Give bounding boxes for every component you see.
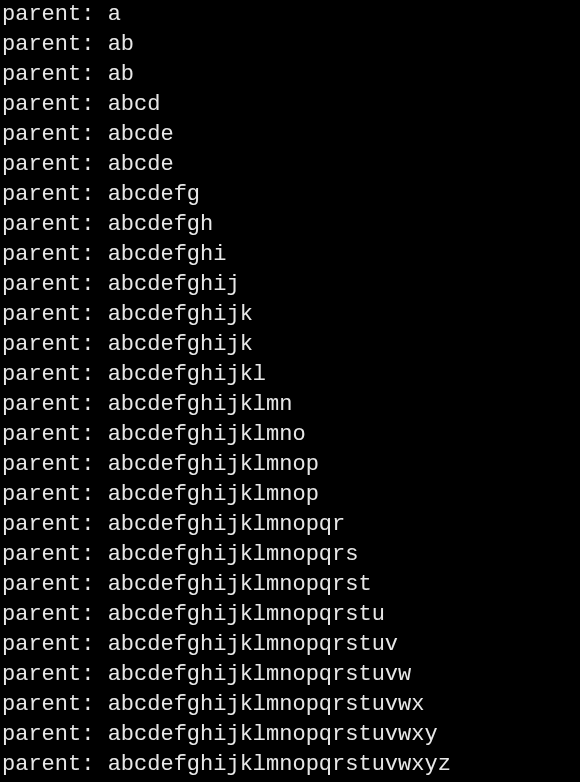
line-value: abcdefghijklmnopqr [108, 512, 346, 537]
line-value: abcdefghijklmnopqrstu [108, 602, 385, 627]
line-value: abcde [108, 122, 174, 147]
terminal-line: parent: abcdefg [2, 180, 578, 210]
terminal-output: parent: a parent: ab parent: ab parent: … [0, 0, 580, 782]
terminal-line: parent: abcdefghij [2, 270, 578, 300]
line-value: abcdefghijk [108, 302, 253, 327]
terminal-line: parent: abcdefghijkl [2, 360, 578, 390]
terminal-line: parent: abcdefghijklmnopqr [2, 510, 578, 540]
line-value: ab [108, 62, 134, 87]
line-value: abcd [108, 92, 161, 117]
line-value: abcdefghijk [108, 332, 253, 357]
terminal-line: parent: abcdefghijklmnopqrstuvwxyz [2, 750, 578, 780]
line-prefix: parent: [2, 422, 108, 447]
terminal-line: parent: abcdefghijklmnopqrstu [2, 600, 578, 630]
line-value: abcdefghijklmno [108, 422, 306, 447]
terminal-line: parent: abcdefghijklmn [2, 390, 578, 420]
terminal-line: parent: ab [2, 60, 578, 90]
line-value: abcdefghijklmn [108, 392, 293, 417]
line-prefix: parent: [2, 92, 108, 117]
line-prefix: parent: [2, 122, 108, 147]
terminal-line: parent: abcdefghijk [2, 330, 578, 360]
line-prefix: parent: [2, 512, 108, 537]
line-value: abcdefghijklmnop [108, 482, 319, 507]
line-value: abcdefghijklmnopqrstuvwxy [108, 722, 438, 747]
line-prefix: parent: [2, 752, 108, 777]
line-prefix: parent: [2, 692, 108, 717]
line-value: abcdefghij [108, 272, 240, 297]
terminal-line: parent: abcdefghijklmnopqrstuv [2, 630, 578, 660]
line-prefix: parent: [2, 242, 108, 267]
terminal-line: parent: abcdefghijk [2, 300, 578, 330]
line-prefix: parent: [2, 542, 108, 567]
terminal-line: parent: abcdefghijklmnopqrs [2, 540, 578, 570]
line-value: abcdefghijklmnopqrstuvwx [108, 692, 425, 717]
line-prefix: parent: [2, 632, 108, 657]
line-value: abcdefgh [108, 212, 214, 237]
line-prefix: parent: [2, 182, 108, 207]
line-value: abcde [108, 152, 174, 177]
line-prefix: parent: [2, 332, 108, 357]
terminal-line: parent: abcdefghijklmno [2, 420, 578, 450]
line-value: ab [108, 32, 134, 57]
terminal-line: parent: abcdefghijklmnopqrst [2, 570, 578, 600]
terminal-line: parent: abcdefghijklmnop [2, 480, 578, 510]
terminal-line: parent: a [2, 0, 578, 30]
line-prefix: parent: [2, 602, 108, 627]
line-value: abcdefghi [108, 242, 227, 267]
terminal-line: parent: abcde [2, 150, 578, 180]
line-value: abcdefg [108, 182, 200, 207]
line-prefix: parent: [2, 362, 108, 387]
line-value: abcdefghijkl [108, 362, 266, 387]
line-prefix: parent: [2, 662, 108, 687]
terminal-line: parent: abcdefghijklmnopqrstuvwxy [2, 720, 578, 750]
terminal-line: parent: abcdefgh [2, 210, 578, 240]
line-prefix: parent: [2, 62, 108, 87]
line-prefix: parent: [2, 482, 108, 507]
line-value: abcdefghijklmnopqrst [108, 572, 372, 597]
terminal-line: parent: abcdefghijklmnopqrstuvwx [2, 690, 578, 720]
line-value: abcdefghijklmnopqrstuvw [108, 662, 412, 687]
terminal-line: parent: ab [2, 30, 578, 60]
line-prefix: parent: [2, 722, 108, 747]
terminal-line: parent: abcdefghi [2, 240, 578, 270]
line-value: abcdefghijklmnopqrstuv [108, 632, 398, 657]
line-prefix: parent: [2, 32, 108, 57]
line-prefix: parent: [2, 272, 108, 297]
line-prefix: parent: [2, 572, 108, 597]
terminal-line: parent: abcdefghijklmnop [2, 450, 578, 480]
line-prefix: parent: [2, 212, 108, 237]
line-value: abcdefghijklmnop [108, 452, 319, 477]
line-prefix: parent: [2, 452, 108, 477]
line-value: abcdefghijklmnopqrstuvwxyz [108, 752, 451, 777]
line-prefix: parent: [2, 2, 108, 27]
line-prefix: parent: [2, 392, 108, 417]
line-value: a [108, 2, 121, 27]
terminal-line: parent: abcd [2, 90, 578, 120]
terminal-line: parent: abcdefghijklmnopqrstuvw [2, 660, 578, 690]
terminal-line: parent: abcde [2, 120, 578, 150]
line-prefix: parent: [2, 152, 108, 177]
line-value: abcdefghijklmnopqrs [108, 542, 359, 567]
line-prefix: parent: [2, 302, 108, 327]
